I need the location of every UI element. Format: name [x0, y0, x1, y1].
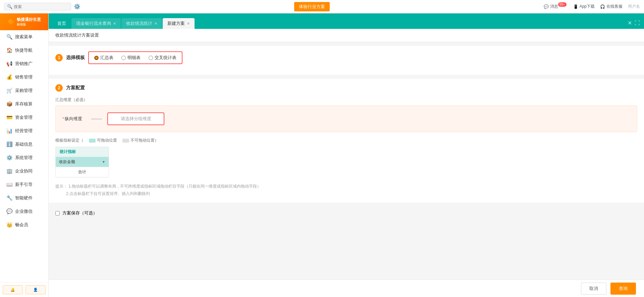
tab-cashflow[interactable]: 现金银行流水查询 ✕	[71, 18, 121, 29]
sidebar-bottom-btn1[interactable]: 🔔	[3, 285, 23, 294]
save-checkbox[interactable]	[55, 211, 60, 215]
sidebar-item-marketing[interactable]: 📢 营销推广	[0, 57, 48, 70]
tip-line2: 2.点击标题栏下拉可设置排序、插入列和删除列	[55, 190, 637, 198]
radio-detail-label: 明细表	[127, 55, 141, 61]
gear-icon[interactable]: ⚙️	[74, 3, 80, 10]
sidebar-item-label: 智能硬件	[15, 195, 33, 201]
radio-detail[interactable]: 明细表	[121, 55, 141, 61]
vertical-label: *纵向维度	[62, 116, 86, 122]
radio-summary[interactable]: 汇总表	[94, 55, 113, 61]
tab-receipt[interactable]: 收款情况统计 ✕	[121, 18, 162, 29]
sidebar-item-inventory[interactable]: 📦 库存核算	[0, 97, 48, 111]
top-search[interactable]: 🔍	[4, 3, 71, 10]
sidebar-item-operation[interactable]: 📊 经营管理	[0, 124, 48, 138]
sidebar-item-guide[interactable]: 📖 新手引导	[0, 178, 48, 191]
sidebar-item-label: 畅会员	[15, 222, 28, 228]
search-input[interactable]	[14, 4, 68, 9]
download-label: App下载	[580, 4, 595, 9]
step2-num: 2	[55, 84, 63, 92]
sidebar-bottom-btn2[interactable]: 👤	[25, 285, 46, 294]
user-action[interactable]: 用户名	[628, 4, 640, 9]
service-action[interactable]: 🎧 在线客服	[600, 4, 623, 9]
sidebar-item-label: 搜索菜单	[15, 34, 33, 40]
radio-detail-input[interactable]	[121, 56, 126, 60]
industry-btn[interactable]: 体验行业方案	[294, 2, 330, 11]
msg-action[interactable]: 💬 消息 99+	[544, 4, 568, 9]
operation-icon: 📊	[6, 128, 12, 134]
service-label: 在线客服	[606, 4, 623, 9]
tab-bar: 首页 现金银行流水查询 ✕ 收款情况统计 ✕ 新建方案 ✕ ✕ ⛶	[49, 13, 644, 29]
main-layout: 🔶 畅捷通好生意 标准版 🔍 搜索菜单 🏠 快捷导航 📢 营销推广 💰 销售管理	[0, 13, 644, 297]
tab-new-plan-close[interactable]: ✕	[187, 21, 190, 26]
sidebar-item-label: 快捷导航	[15, 47, 33, 53]
page-header: 收款情况统计方案设置	[49, 29, 644, 42]
msg-label: 消息	[550, 4, 558, 9]
tab-close-all-btn[interactable]: ✕	[628, 20, 632, 29]
tab-actions: ✕ ⛶	[628, 20, 640, 29]
dim-select-box[interactable]: 请选择分组维度	[107, 112, 164, 125]
movable-dot	[89, 139, 96, 143]
metrics-col-chevron: ▼	[102, 160, 105, 164]
msg-badge: 99+	[558, 2, 567, 7]
base-icon: ℹ️	[6, 141, 12, 147]
tab-receipt-label: 收款情况统计	[126, 20, 152, 27]
fixed-dot	[122, 139, 129, 143]
sidebar-item-base[interactable]: ℹ️ 基础信息	[0, 138, 48, 151]
step1-title: 选择模板	[66, 55, 85, 61]
download-action[interactable]: 📱 App下载	[573, 4, 595, 9]
query-button[interactable]: 查询	[610, 283, 636, 295]
tab-new-plan[interactable]: 新建方案 ✕	[163, 18, 195, 29]
save-section: 方案保存（可选）	[49, 207, 644, 219]
metrics-table: 统计指标 收款金额 ▼ 合计	[55, 147, 109, 178]
step1-section: 1 选择模板 汇总表 明细表 交叉统计表	[49, 46, 644, 75]
breadcrumb: 收款情况统计方案设置	[55, 33, 99, 38]
search-menu-icon: 🔍	[6, 34, 12, 40]
tab-receipt-close[interactable]: ✕	[154, 21, 157, 26]
tab-cashflow-close[interactable]: ✕	[113, 21, 116, 26]
page-content: 收款情况统计方案设置 1 选择模板 汇总表 明细表	[49, 29, 644, 280]
hint-movable: 可拖动位置	[89, 138, 117, 143]
sales-icon: 💰	[6, 74, 12, 80]
radio-summary-input[interactable]	[94, 56, 99, 60]
metrics-col-header[interactable]: 收款金额 ▼	[56, 157, 109, 167]
dimension-title: 汇总维度（必选）	[55, 97, 637, 103]
step2-section: 2 方案配置 汇总维度（必选） *纵向维度 —— 请选择分组维度	[49, 79, 644, 203]
sidebar-item-hardware[interactable]: 🔧 智能硬件	[0, 191, 48, 205]
sidebar-item-purchase[interactable]: 🛒 采购管理	[0, 84, 48, 97]
tab-expand-btn[interactable]: ⛶	[635, 20, 640, 29]
sidebar-bottom: 🔔 👤	[0, 282, 48, 297]
home-icon: 🏠	[6, 47, 12, 53]
sidebar-item-system[interactable]: ⚙️ 系统管理	[0, 151, 48, 164]
cancel-button[interactable]: 取消	[581, 283, 606, 295]
sidebar-item-sales[interactable]: 💰 销售管理	[0, 70, 48, 84]
sidebar-item-finance[interactable]: 💳 资金管理	[0, 111, 48, 124]
save-label: 方案保存（可选）	[62, 210, 97, 216]
sidebar-item-label: 系统管理	[15, 155, 33, 161]
inventory-icon: 📦	[6, 101, 12, 107]
top-bar: 🔍 ⚙️ 体验行业方案 💬 消息 99+ 📱 App下载 🎧 在线客服 用户名	[0, 0, 644, 13]
sidebar-item-label: 资金管理	[15, 114, 33, 120]
user-label: 用户名	[628, 4, 640, 9]
sidebar-item-wechat[interactable]: 💬 企业微信	[0, 205, 48, 218]
sidebar-item-search[interactable]: 🔍 搜索菜单	[0, 30, 48, 44]
sidebar-item-member[interactable]: 👑 畅会员	[0, 218, 48, 232]
hint-movable-label: 可拖动位置	[97, 138, 117, 143]
sidebar-item-label: 新手引导	[15, 182, 33, 188]
member-icon: 👑	[6, 222, 12, 228]
radio-cross-label: 交叉统计表	[155, 55, 176, 61]
sidebar-item-corp[interactable]: 🏢 企业协同	[0, 164, 48, 178]
content-area: 首页 现金银行流水查询 ✕ 收款情况统计 ✕ 新建方案 ✕ ✕ ⛶	[49, 13, 644, 297]
dim-arrow: ——	[91, 116, 102, 122]
radio-cross[interactable]: 交叉统计表	[149, 55, 176, 61]
marketing-icon: 📢	[6, 61, 12, 67]
tab-home-label: 首页	[57, 20, 66, 27]
radio-cross-input[interactable]	[149, 56, 153, 60]
sidebar-item-nav[interactable]: 🏠 快捷导航	[0, 44, 48, 57]
finance-icon: 💳	[6, 114, 12, 120]
sidebar-item-label: 经营管理	[15, 128, 33, 134]
tab-home[interactable]: 首页	[53, 18, 71, 29]
metrics-col-label: 收款金额	[59, 159, 75, 165]
metrics-cell-total: 合计	[56, 167, 109, 177]
tips-section: 提示： 1.拖动标题栏可以调整布局，不可跨维度或指标区域拖动栏目字段（只能在同一…	[55, 178, 637, 197]
service-icon: 🎧	[600, 4, 605, 9]
